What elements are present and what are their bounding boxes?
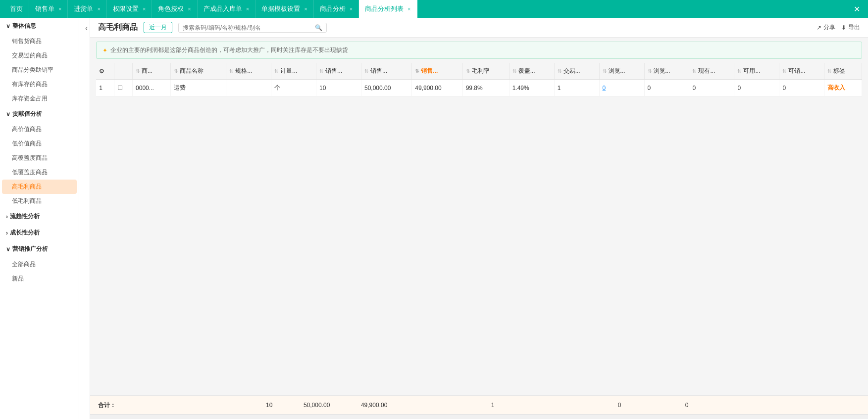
table-col-14[interactable]: ⇅现有...: [689, 63, 734, 80]
sidebar-item-高价值商品[interactable]: 高价值商品: [0, 122, 79, 137]
sidebar-section-3[interactable]: › 成长性分析: [0, 225, 79, 241]
sidebar-item-低价值商品[interactable]: 低价值商品: [0, 137, 79, 151]
search-input[interactable]: [183, 24, 313, 31]
sidebar-item-库存资金占用[interactable]: 库存资金占用: [0, 92, 79, 106]
footer-total: 合计： 10 50,000.00 49,900.00 1 0 0: [90, 395, 868, 414]
table-col-10[interactable]: ⇅覆盖...: [509, 63, 554, 80]
sidebar-item-低毛利商品[interactable]: 低毛利商品: [0, 194, 79, 208]
sort-icon[interactable]: ⇅: [174, 68, 178, 74]
nav-tab-产成品入库单[interactable]: 产成品入库单×: [198, 0, 255, 18]
nav-tab-销售单[interactable]: 销售单×: [29, 0, 68, 18]
sidebar-item-新品[interactable]: 新品: [0, 272, 79, 286]
share-button[interactable]: ↗ 分享: [817, 23, 835, 32]
bottom-scrollbar[interactable]: [90, 414, 868, 419]
chevron-icon: ∨: [6, 111, 10, 118]
export-button[interactable]: ⬇ 导出: [841, 23, 860, 32]
row-unit: 个: [271, 80, 316, 96]
sidebar-item-高毛利商品[interactable]: 高毛利商品: [2, 180, 77, 194]
sort-icon[interactable]: ⇅: [558, 68, 562, 74]
table-col-8[interactable]: ⇅销售...: [412, 63, 462, 80]
close-tab-icon[interactable]: ×: [188, 6, 191, 12]
sidebar-item-商品分类助销率[interactable]: 商品分类助销率: [0, 63, 79, 77]
sort-icon[interactable]: ⇅: [782, 68, 786, 74]
sort-icon[interactable]: ⇅: [229, 68, 233, 74]
sort-icon[interactable]: ⇅: [827, 68, 831, 74]
row-name: 运费: [170, 80, 226, 96]
sidebar-item-有库存的商品[interactable]: 有库存的商品: [0, 77, 79, 92]
row-tag: 高收入: [824, 80, 862, 96]
sort-icon[interactable]: ⇅: [648, 68, 652, 74]
search-icon[interactable]: 🔍: [315, 24, 322, 31]
sidebar-item-交易过的商品[interactable]: 交易过的商品: [0, 48, 79, 63]
close-tab-icon[interactable]: ×: [246, 6, 249, 12]
sort-icon[interactable]: ⇅: [364, 68, 368, 74]
sort-icon[interactable]: ⇅: [737, 68, 741, 74]
sort-icon[interactable]: ⇅: [415, 68, 419, 74]
row-stock1: 0: [689, 80, 734, 96]
sort-icon[interactable]: ⇅: [466, 68, 470, 74]
sidebar-item-全部商品[interactable]: 全部商品: [0, 257, 79, 272]
sidebar-section-4[interactable]: ∨ 营销推广分析: [0, 241, 79, 257]
table-col-12[interactable]: ⇅浏览...: [599, 63, 644, 80]
sort-icon[interactable]: ⇅: [603, 68, 607, 74]
sort-icon[interactable]: ⇅: [274, 68, 278, 74]
table-col-17[interactable]: ⇅标签: [824, 63, 862, 80]
sidebar-item-销售货商品[interactable]: 销售货商品: [0, 34, 79, 48]
nav-tab-单据模板设置[interactable]: 单据模板设置×: [255, 0, 313, 18]
nav-tab-权限设置[interactable]: 权限设置×: [107, 0, 152, 18]
sort-icon[interactable]: ⇅: [136, 68, 140, 74]
table-col-0: ⚙: [96, 63, 114, 80]
row-index: 1: [96, 80, 114, 96]
table-col-16[interactable]: ⇅可销...: [779, 63, 824, 80]
sidebar-section-2[interactable]: › 流趋性分析: [0, 208, 79, 225]
nav-tab-商品分析列表[interactable]: 商品分析列表×: [359, 0, 417, 18]
browse-link[interactable]: 0: [603, 85, 606, 92]
content-header: 高毛利商品 近一月 🔍 ↗ 分享 ⬇ 导出: [90, 18, 868, 38]
table-col-6[interactable]: ⇅销售...: [316, 63, 361, 80]
row-checkbox[interactable]: ☐: [114, 80, 133, 96]
table-col-11[interactable]: ⇅交易...: [554, 63, 599, 80]
row-stock2: 0: [734, 80, 779, 96]
close-tab-icon[interactable]: ×: [97, 6, 100, 12]
footer-label: 合计：: [98, 401, 116, 410]
table-col-7[interactable]: ⇅销售...: [361, 63, 412, 80]
sort-icon[interactable]: ⇅: [319, 68, 323, 74]
sidebar-item-低覆盖度商品[interactable]: 低覆盖度商品: [0, 165, 79, 180]
sort-icon[interactable]: ⇅: [512, 68, 516, 74]
table-col-2[interactable]: ⇅商...: [133, 63, 171, 80]
table-row: 1☐0000...运费个1050,000.0049,900.0099.8%1.4…: [96, 80, 862, 96]
table-col-15[interactable]: ⇅可用...: [734, 63, 779, 80]
nav-tab-进货单[interactable]: 进货单×: [68, 0, 106, 18]
nav-tab-角色授权[interactable]: 角色授权×: [152, 0, 197, 18]
close-tab-icon[interactable]: ×: [350, 6, 353, 12]
info-banner-text: 企业的主要的利润都是这部分商品创造的，可考虑加大推广，同时关注库存是不要出现缺货: [110, 46, 348, 54]
sidebar-collapse-button[interactable]: ‹: [83, 24, 90, 33]
header-actions: ↗ 分享 ⬇ 导出: [817, 23, 860, 32]
chevron-icon: ›: [6, 230, 8, 236]
row-gross-rate: 99.8%: [462, 80, 509, 96]
sort-icon[interactable]: ⇅: [692, 68, 696, 74]
table-col-4[interactable]: ⇅规格...: [226, 63, 271, 80]
row-sales2: 50,000.00: [361, 80, 412, 96]
table-col-9[interactable]: ⇅毛利率: [462, 63, 509, 80]
table-wrapper: ⚙⇅商...⇅商品名称⇅规格...⇅计量...⇅销售...⇅销售...⇅销售..…: [96, 63, 862, 395]
filter-recent-month-button[interactable]: 近一月: [144, 22, 172, 33]
footer-sales3: 49,900.00: [348, 402, 387, 409]
close-tab-icon[interactable]: ×: [408, 6, 410, 12]
table-col-13[interactable]: ⇅浏览...: [644, 63, 689, 80]
close-tab-icon[interactable]: ×: [58, 6, 61, 12]
sidebar-item-高覆盖度商品[interactable]: 高覆盖度商品: [0, 151, 79, 165]
close-tab-icon[interactable]: ×: [143, 6, 146, 12]
info-banner: ✦ 企业的主要的利润都是这部分商品创造的，可考虑加大推广，同时关注库存是不要出现…: [96, 42, 862, 59]
sidebar-section-1[interactable]: ∨ 贡献值分析: [0, 106, 79, 122]
sidebar-section-0[interactable]: ∨ 整体信息: [0, 18, 79, 34]
close-tab-icon[interactable]: ×: [304, 6, 307, 12]
table-col-3[interactable]: ⇅商品名称: [170, 63, 226, 80]
top-nav: 首页销售单×进货单×权限设置×角色授权×产成品入库单×单据模板设置×商品分析×商…: [0, 0, 868, 18]
footer-stock1: 0: [581, 402, 621, 409]
star-icon: ✦: [102, 47, 107, 54]
close-all-button[interactable]: ✕: [850, 4, 864, 14]
nav-tab-首页[interactable]: 首页: [4, 0, 29, 18]
nav-tab-商品分析[interactable]: 商品分析×: [314, 0, 359, 18]
table-col-5[interactable]: ⇅计量...: [271, 63, 316, 80]
